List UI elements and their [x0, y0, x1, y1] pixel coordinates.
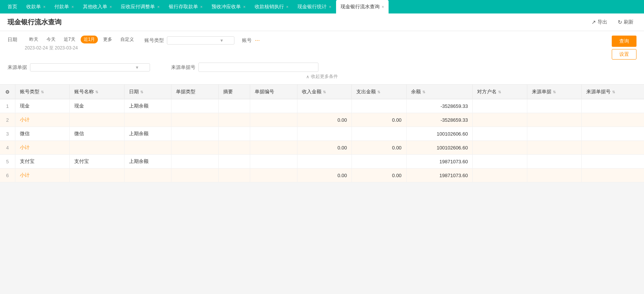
- nav-payment[interactable]: 付款单 ×: [50, 0, 78, 13]
- date-cell: [124, 113, 171, 127]
- close-icon[interactable]: ×: [200, 4, 203, 9]
- source-doc-filter: 来源单据 ▼: [8, 63, 150, 72]
- summary-cell: [219, 127, 250, 141]
- account-type-cell: 支付宝: [15, 155, 70, 169]
- source-doc-num-cell: [582, 127, 644, 141]
- sort-icon: ⇅: [498, 90, 501, 94]
- source-doc-select[interactable]: ▼: [30, 63, 150, 72]
- collapse-icon: ∧: [306, 74, 309, 79]
- close-icon[interactable]: ×: [382, 4, 384, 9]
- filter-area: 日期 昨天 今天 近7天 近1月 更多 自定义 2023-02-24 至 202…: [0, 31, 644, 85]
- nav-cashflow[interactable]: 现金银行流水查询 ×: [336, 0, 389, 13]
- refresh-button[interactable]: ↻ 刷新: [615, 17, 636, 27]
- doc-type-cell: [171, 99, 219, 113]
- doc-num-column-header[interactable]: 单据编号: [250, 85, 297, 99]
- data-table-container: ⚙ 账号类型⇅ 账号名称⇅ 日期⇅ 单据类型 摘要 单据编号: [0, 85, 644, 182]
- close-icon[interactable]: ×: [71, 4, 74, 9]
- date-btn-yesterday[interactable]: 昨天: [26, 36, 41, 43]
- account-label: 账号: [242, 37, 252, 44]
- chevron-down-icon: ▼: [135, 65, 139, 70]
- close-icon[interactable]: ×: [329, 4, 331, 9]
- expense-column-header[interactable]: 支出金额⇅: [352, 85, 407, 99]
- date-btn-today[interactable]: 今天: [44, 36, 59, 43]
- close-icon[interactable]: ×: [110, 4, 112, 9]
- date-btn-7days[interactable]: 近7天: [61, 36, 78, 43]
- date-label: 日期: [8, 36, 23, 43]
- close-icon[interactable]: ×: [243, 4, 245, 9]
- close-icon[interactable]: ×: [157, 4, 159, 9]
- row-number: 2: [0, 113, 15, 127]
- account-name-cell: [70, 169, 125, 182]
- top-navigation: 首页 收款单 × 付款单 × 其他收入单 × 应收应付调整单 × 银行存取款单 …: [0, 0, 644, 13]
- setting-button[interactable]: 设置: [612, 49, 636, 60]
- source-doc-cell: [527, 113, 582, 127]
- date-btn-1month[interactable]: 近1月: [81, 36, 98, 43]
- row-number: 1: [0, 99, 15, 113]
- export-button[interactable]: ↗ 导出: [588, 17, 610, 27]
- nav-home[interactable]: 首页: [3, 0, 22, 13]
- date-cell: [124, 169, 171, 182]
- nav-statistics[interactable]: 现金银行统计 ×: [293, 0, 336, 13]
- source-doc-label: 来源单据: [8, 64, 27, 71]
- row-number: 3: [0, 127, 15, 141]
- summary-column-header[interactable]: 摘要: [219, 85, 250, 99]
- account-type-cell: 小计: [15, 169, 70, 182]
- gear-icon: ⚙: [5, 89, 10, 95]
- date-btn-custom[interactable]: 自定义: [117, 36, 137, 43]
- sort-icon: ⇅: [140, 90, 143, 94]
- chevron-down-icon: ▼: [219, 38, 224, 43]
- date-filter-section: 日期 昨天 今天 近7天 近1月 更多 自定义 2023-02-24 至 202…: [8, 36, 137, 51]
- nav-adjustment[interactable]: 应收应付调整单 ×: [116, 0, 164, 13]
- source-doc-cell: [527, 141, 582, 155]
- date-btn-more[interactable]: 更多: [100, 36, 115, 43]
- source-doc-column-header[interactable]: 来源单据⇅: [527, 85, 582, 99]
- nav-verification[interactable]: 收款核销执行 ×: [250, 0, 293, 13]
- expense-cell: [352, 99, 407, 113]
- account-filter: 账号 ···: [242, 37, 263, 44]
- gear-column-header[interactable]: ⚙: [0, 85, 15, 99]
- income-column-header[interactable]: 收入金额⇅: [297, 85, 352, 99]
- expense-cell: [352, 127, 407, 141]
- account-type-cell: 小计: [15, 141, 70, 155]
- source-doc-cell: [527, 99, 582, 113]
- income-cell: 0.00: [297, 169, 352, 182]
- doc-type-cell: [171, 169, 219, 182]
- query-button[interactable]: 查询: [612, 36, 636, 47]
- date-cell: 上期余额: [124, 127, 171, 141]
- sort-icon: ⇅: [41, 90, 44, 94]
- doc-type-column-header[interactable]: 单据类型: [171, 85, 219, 99]
- source-doc-num-input[interactable]: [198, 63, 318, 72]
- table-row: 2小计0.000.00-3528659.33: [0, 113, 644, 127]
- balance-cell: 100102606.60: [406, 127, 473, 141]
- date-column-header[interactable]: 日期⇅: [124, 85, 171, 99]
- account-type-cell: 小计: [15, 113, 70, 127]
- balance-column-header[interactable]: 余额⇅: [406, 85, 473, 99]
- date-range-display: 2023-02-24 至 2023-03-24: [25, 45, 78, 51]
- doc-num-cell: [250, 141, 297, 155]
- account-type-column-header[interactable]: 账号类型⇅: [15, 85, 70, 99]
- nav-other-income[interactable]: 其他收入单 ×: [78, 0, 116, 13]
- account-type-cell: 现金: [15, 99, 70, 113]
- nav-prepay[interactable]: 预收冲应收单 ×: [207, 0, 250, 13]
- doc-num-cell: [250, 113, 297, 127]
- source-doc-num-cell: [582, 99, 644, 113]
- collapse-button[interactable]: ∧ 收起更多条件: [306, 73, 338, 80]
- date-options: 昨天 今天 近7天 近1月 更多 自定义: [26, 36, 137, 43]
- nav-bank-deposit[interactable]: 银行存取款单 ×: [164, 0, 207, 13]
- close-icon[interactable]: ×: [43, 4, 45, 9]
- counterpart-column-header[interactable]: 对方户名⇅: [473, 85, 527, 99]
- summary-cell: [219, 141, 250, 155]
- nav-receipt[interactable]: 收款单 ×: [22, 0, 50, 13]
- account-type-select[interactable]: ▼: [167, 36, 234, 45]
- row-number: 4: [0, 141, 15, 155]
- account-name-cell: 微信: [70, 127, 125, 141]
- account-name-column-header[interactable]: 账号名称⇅: [70, 85, 125, 99]
- balance-cell: -3528659.33: [406, 99, 473, 113]
- account-name-cell: 支付宝: [70, 155, 125, 169]
- source-doc-num-column-header[interactable]: 来源单据号⇅: [582, 85, 644, 99]
- close-icon[interactable]: ×: [286, 4, 288, 9]
- source-doc-cell: [527, 169, 582, 182]
- more-options-icon[interactable]: ···: [255, 37, 260, 44]
- table-row: 4小计0.000.00100102606.60: [0, 141, 644, 155]
- balance-cell: 19871073.60: [406, 155, 473, 169]
